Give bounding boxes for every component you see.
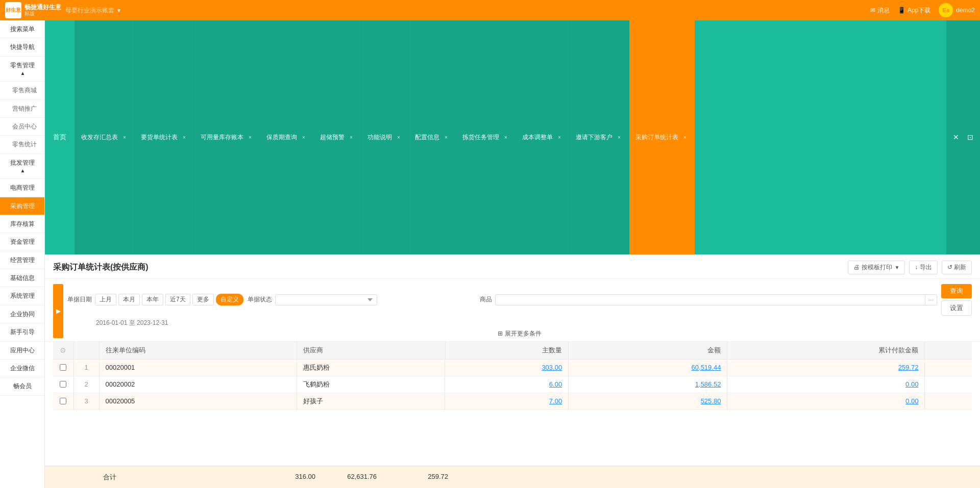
tab-close-all-btn[interactable]: ✕ (950, 132, 962, 143)
message-label: 消息 (877, 6, 890, 15)
btn-last-month[interactable]: 上月 (95, 294, 116, 305)
status-filter-label: 单据状态 (248, 295, 272, 304)
status-select[interactable] (275, 294, 377, 305)
cell-extra-2 (925, 393, 972, 409)
row-checkbox-0[interactable] (60, 364, 66, 371)
goods-input[interactable] (495, 294, 925, 305)
sidebar-label: 营销推广 (12, 105, 37, 112)
cell-paid-2[interactable]: 0.00 (727, 393, 925, 409)
sidebar-item-营销推广[interactable]: 营销推广 (0, 100, 44, 118)
sidebar-item-企业协同[interactable]: 企业协同 (0, 305, 44, 323)
tab-close-icon[interactable]: × (348, 134, 355, 141)
tab-maximize-btn[interactable]: ⊡ (965, 132, 976, 143)
btn-settings[interactable]: 设置 (941, 300, 972, 316)
col-settings-icon[interactable]: ⚙ (60, 346, 66, 354)
cell-qty-2[interactable]: 7.00 (445, 393, 568, 409)
checkbox-2[interactable] (59, 398, 67, 404)
sidebar-item-采购管理[interactable]: 采购管理 (0, 197, 44, 215)
tab-item-7[interactable]: 拣货任务管理× (456, 20, 516, 254)
btn-this-month[interactable]: 本月 (118, 294, 140, 305)
btn-export[interactable]: ↓ 导出 (909, 261, 937, 274)
btn-this-year[interactable]: 本年 (142, 294, 163, 305)
sidebar-item-零售统计[interactable]: 零售统计 (0, 136, 44, 153)
tab-item-5[interactable]: 功能说明× (361, 20, 408, 254)
tab-close-icon[interactable]: × (502, 134, 509, 141)
sidebar-label: 新手引导 (10, 328, 35, 336)
checkbox-1[interactable] (59, 381, 67, 388)
sidebar-item-零售商城[interactable]: 零售商城 (0, 82, 44, 99)
sidebar-label: 会员中心 (12, 123, 37, 130)
cell-qty-0[interactable]: 303.00 (445, 359, 568, 376)
logo-icon: 好生意 (5, 2, 21, 18)
cell-paid-0[interactable]: 259.72 (727, 359, 925, 376)
sidebar-item-搜索菜单[interactable]: 搜索菜单 (0, 20, 44, 38)
tab-item-9[interactable]: 邀请下游客户× (569, 20, 629, 254)
sidebar-item-新手引导[interactable]: 新手引导 (0, 323, 44, 341)
sidebar-item-应用中心[interactable]: 应用中心 (0, 342, 44, 359)
row-checkbox-1[interactable] (60, 381, 66, 388)
footer-extra (454, 471, 974, 484)
btn-refresh[interactable]: ↺ 刷新 (942, 261, 972, 274)
sidebar-item-基础信息[interactable]: 基础信息 (0, 269, 44, 287)
row-checkbox-2[interactable] (60, 398, 66, 404)
btn-more-dates[interactable]: 更多 (192, 294, 214, 305)
sidebar-item-会员中心[interactable]: 会员中心 (0, 118, 44, 136)
sidebar-item-经营管理[interactable]: 经营管理 (0, 251, 44, 269)
home-tab-label: 首页 (53, 133, 66, 142)
sidebar-item-快捷导航[interactable]: 快捷导航 (0, 38, 44, 56)
tab-label: 功能说明 (368, 133, 392, 142)
sidebar-item-畅会员[interactable]: 畅会员 (0, 377, 44, 395)
sidebar-item-系统管理[interactable]: 系统管理 (0, 287, 44, 305)
filter-area: ▶ 单据日期 上月 本月 本年 近7天 更多 自定义 (45, 279, 980, 342)
btn-search[interactable]: 查询 (941, 284, 972, 298)
btn-7days[interactable]: 近7天 (165, 294, 190, 305)
cell-amount-0[interactable]: 60,519.44 (569, 359, 727, 376)
tab-close-icon[interactable]: × (247, 134, 254, 141)
expand-btn[interactable]: ⊞ 展开更多条件 (498, 329, 542, 338)
sidebar-label: 快捷导航 (10, 43, 35, 50)
cell-qty-1[interactable]: 6.00 (445, 376, 568, 393)
checkbox-0[interactable] (59, 364, 67, 371)
message-btn[interactable]: ✉ 消息 (870, 6, 890, 15)
sidebar-item-电商管理[interactable]: 电商管理 (0, 179, 44, 197)
cell-paid-1[interactable]: 0.00 (727, 376, 925, 393)
btn-custom-date[interactable]: 自定义 (216, 294, 243, 305)
tab-item-3[interactable]: 保质期查询× (260, 20, 313, 254)
tab-home[interactable]: 首页 (45, 20, 75, 254)
sidebar-item-零售管理[interactable]: 零售管理 ▲ (0, 57, 44, 82)
app-download-btn[interactable]: 📱 App下载 (898, 6, 930, 15)
tab-close-icon[interactable]: × (300, 134, 307, 141)
printer-icon: 🖨 (853, 264, 860, 271)
cell-amount-1[interactable]: 1,586.52 (569, 376, 727, 393)
logo-icon-text: 好生意 (6, 7, 21, 14)
tab-close-icon[interactable]: × (121, 134, 128, 141)
tab-close-icon[interactable]: × (681, 134, 689, 141)
tab-close-icon[interactable]: × (395, 134, 402, 141)
workspace-selector[interactable]: 母婴行业演示账套 ▼ (65, 6, 121, 15)
sidebar-item-批发管理[interactable]: 批发管理 ▲ (0, 154, 44, 179)
tab-item-0[interactable]: 收发存汇总表× (75, 20, 134, 254)
user-area[interactable]: Ea demo2 (939, 3, 975, 17)
tab-item-4[interactable]: 超储预警× (313, 20, 361, 254)
tab-close-icon[interactable]: × (443, 134, 450, 141)
tab-close-icon[interactable]: × (181, 134, 188, 141)
message-icon: ✉ (870, 7, 875, 14)
col-supplier-name-header: 供应商 (297, 342, 445, 359)
search-actions: 查询 设置 (941, 284, 972, 316)
tab-item-10[interactable]: 采购订单统计表× (629, 20, 695, 254)
panel-toggle-btn[interactable]: ▶ (53, 284, 63, 338)
tab-item-2[interactable]: 可用量库存账本× (194, 20, 260, 254)
cell-amount-2[interactable]: 525.80 (569, 393, 727, 409)
tab-close-icon[interactable]: × (616, 134, 623, 141)
sidebar-item-企业微信[interactable]: 企业微信 (0, 359, 44, 377)
tab-item-8[interactable]: 成本调整单× (516, 20, 569, 254)
goods-input-more-btn[interactable]: ··· (925, 294, 937, 305)
btn-template-print[interactable]: 🖨 按模板打印 ▼ (848, 261, 905, 274)
tab-close-icon[interactable]: × (556, 134, 563, 141)
sidebar-item-资金管理[interactable]: 资金管理 (0, 233, 44, 251)
cell-code-2: 00020005 (99, 393, 297, 409)
tab-item-1[interactable]: 要货单统计表× (134, 20, 194, 254)
status-filter-field: 单据状态 (248, 294, 476, 305)
tab-item-6[interactable]: 配置信息× (408, 20, 456, 254)
sidebar-item-库存核算[interactable]: 库存核算 (0, 215, 44, 233)
